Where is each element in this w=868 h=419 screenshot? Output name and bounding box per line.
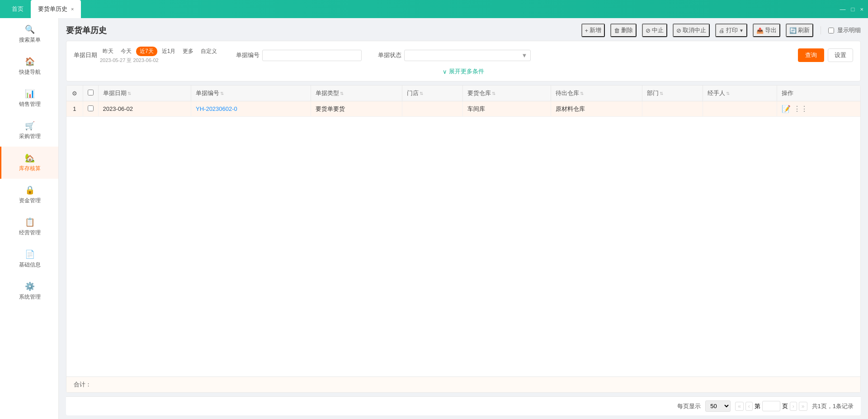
- date-last7days[interactable]: 近7天: [136, 47, 157, 56]
- date-last1month[interactable]: 近1月: [159, 47, 179, 56]
- export-icon: 📤: [756, 27, 764, 34]
- page-size-select[interactable]: 20 50 100: [705, 400, 731, 412]
- date-yesterday[interactable]: 昨天: [100, 47, 116, 56]
- sidebar-item-operations[interactable]: 📋 经营管理: [0, 211, 58, 243]
- sort-req-wh-icon[interactable]: ⇅: [492, 91, 495, 96]
- row-type: 要货单要货: [311, 101, 402, 117]
- col-settings[interactable]: ⚙: [66, 86, 83, 101]
- col-pending-warehouse: 待出仓库 ⇅: [551, 86, 642, 101]
- sort-store-icon[interactable]: ⇅: [420, 91, 423, 96]
- page-total: 共1页，1条记录: [812, 402, 854, 410]
- col-settings-icon: ⚙: [72, 90, 77, 97]
- page-size-label: 每页显示: [677, 402, 701, 410]
- col-no: 单据编号 ⇅: [191, 86, 311, 101]
- sort-handler-icon[interactable]: ⇅: [726, 91, 730, 96]
- row-no[interactable]: YH-20230602-0: [191, 101, 311, 117]
- select-all-checkbox[interactable]: [88, 90, 94, 95]
- col-req-warehouse: 要货仓库 ⇅: [462, 86, 551, 101]
- operations-icon: 📋: [25, 217, 35, 227]
- sidebar-item-quick-nav[interactable]: 🏠 快捷导航: [0, 50, 58, 82]
- sort-date-icon[interactable]: ⇅: [127, 91, 131, 96]
- col-dept: 部门 ⇅: [642, 86, 703, 101]
- window-minimize-btn[interactable]: —: [840, 6, 846, 13]
- col-store-label: 门店: [407, 89, 419, 97]
- tab-home[interactable]: 首页: [5, 0, 31, 18]
- sort-type-icon[interactable]: ⇅: [340, 91, 344, 96]
- cancel-suspend-icon: ⊘: [676, 27, 681, 34]
- print-icon: 🖨: [719, 27, 725, 34]
- page-header: 要货单历史 + 新增 🗑 删除 ⊘ 中止 ⊘ 取消中止: [59, 18, 868, 41]
- sidebar-item-label: 基础信息: [19, 261, 41, 269]
- new-button[interactable]: + 新增: [581, 24, 605, 37]
- sidebar: 🔍 搜索菜单 🏠 快捷导航 📊 销售管理 🛒 采购管理 🏡 库存核算 🔒 资金管…: [0, 18, 59, 419]
- date-range-text: 2023-05-27 至 2023-06-02: [100, 57, 220, 64]
- sidebar-item-basic-info[interactable]: 📄 基础信息: [0, 243, 58, 275]
- window-actions: — □ ×: [840, 6, 863, 13]
- print-button[interactable]: 🖨 打印 ▼: [715, 24, 747, 37]
- bill-no-input[interactable]: [262, 50, 362, 61]
- query-button[interactable]: 查询: [798, 48, 824, 62]
- sidebar-item-sales-mgmt[interactable]: 📊 销售管理: [0, 82, 58, 114]
- status-select[interactable]: 全部 待审核 已审核 已中止: [404, 50, 531, 61]
- row-edit-icon[interactable]: 📝: [782, 105, 791, 113]
- sidebar-item-finance[interactable]: 🔒 资金管理: [0, 179, 58, 211]
- col-type-label: 单据类型: [316, 89, 339, 97]
- suspend-button[interactable]: ⊘ 中止: [642, 24, 667, 37]
- cancel-suspend-button[interactable]: ⊘ 取消中止: [673, 24, 710, 37]
- row-date: 2023-06-02: [98, 101, 191, 117]
- col-checkbox: [83, 86, 98, 101]
- date-more[interactable]: 更多: [180, 47, 196, 56]
- refresh-icon: 🔄: [789, 27, 797, 34]
- export-button[interactable]: 📤 导出: [753, 24, 780, 37]
- row-store: [402, 101, 462, 117]
- sidebar-item-purchase-mgmt[interactable]: 🛒 采购管理: [0, 114, 58, 147]
- expand-icon: ∨: [443, 68, 447, 75]
- refresh-button[interactable]: 🔄 刷新: [786, 24, 813, 37]
- sort-no-icon[interactable]: ⇅: [220, 91, 224, 96]
- date-custom[interactable]: 自定义: [198, 47, 220, 56]
- tab-close-icon[interactable]: ×: [71, 6, 74, 12]
- settings-button[interactable]: 设置: [828, 48, 853, 62]
- first-page-btn[interactable]: «: [735, 402, 744, 411]
- row-actions: 📝 ⋮⋮: [777, 101, 860, 117]
- row-checkbox[interactable]: [88, 105, 94, 111]
- tab-requisition-history[interactable]: 要货单历史 ×: [31, 0, 81, 18]
- row-dept: [642, 101, 703, 117]
- date-today[interactable]: 今天: [118, 47, 134, 56]
- sales-icon: 📊: [25, 89, 35, 99]
- row-more-icon[interactable]: ⋮⋮: [793, 105, 808, 113]
- sidebar-item-inventory[interactable]: 🏡 库存核算: [0, 147, 58, 179]
- pagination-bar: 每页显示 20 50 100 « ‹ 第 1 页 › » 共1页，1条记录: [66, 396, 861, 415]
- content-area: 要货单历史 + 新增 🗑 删除 ⊘ 中止 ⊘ 取消中止: [59, 18, 868, 419]
- col-actions-header: 操作: [777, 86, 860, 101]
- sidebar-item-label: 采购管理: [19, 133, 41, 140]
- sidebar-item-label: 库存核算: [19, 165, 41, 172]
- sort-dept-icon[interactable]: ⇅: [660, 91, 663, 96]
- expand-more-row[interactable]: ∨ 展开更多条件: [74, 67, 853, 76]
- bill-no-label: 单据编号: [236, 51, 259, 59]
- page-label: 第: [755, 402, 760, 410]
- page-unit: 页: [782, 402, 788, 410]
- window-maximize-btn[interactable]: □: [851, 6, 855, 13]
- sidebar-item-system-mgmt[interactable]: ⚙️ 系统管理: [0, 275, 58, 307]
- delete-button[interactable]: 🗑 删除: [610, 24, 637, 37]
- sidebar-item-label: 销售管理: [19, 100, 41, 108]
- col-handler-label: 经手人: [708, 89, 725, 97]
- window-close-btn[interactable]: ×: [860, 6, 863, 13]
- sort-pending-wh-icon[interactable]: ⇅: [580, 91, 584, 96]
- row-checkbox-cell: [83, 101, 98, 117]
- system-icon: ⚙️: [25, 281, 35, 291]
- next-page-btn[interactable]: ›: [790, 402, 797, 411]
- display-detail-checkbox[interactable]: [828, 28, 834, 33]
- basic-info-icon: 📄: [25, 249, 35, 259]
- col-type: 单据类型 ⇅: [311, 86, 402, 101]
- sidebar-item-search-menu[interactable]: 🔍 搜索菜单: [0, 18, 58, 50]
- last-page-btn[interactable]: »: [799, 402, 807, 411]
- col-no-label: 单据编号: [196, 89, 219, 97]
- display-detail-toggle[interactable]: 显示明细: [828, 26, 861, 34]
- top-bar: 首页 要货单历史 × — □ ×: [0, 0, 868, 18]
- row-no-link[interactable]: YH-20230602-0: [196, 105, 237, 112]
- col-req-warehouse-label: 要货仓库: [467, 89, 491, 97]
- page-number-input[interactable]: 1: [762, 401, 780, 411]
- prev-page-btn[interactable]: ‹: [745, 402, 753, 411]
